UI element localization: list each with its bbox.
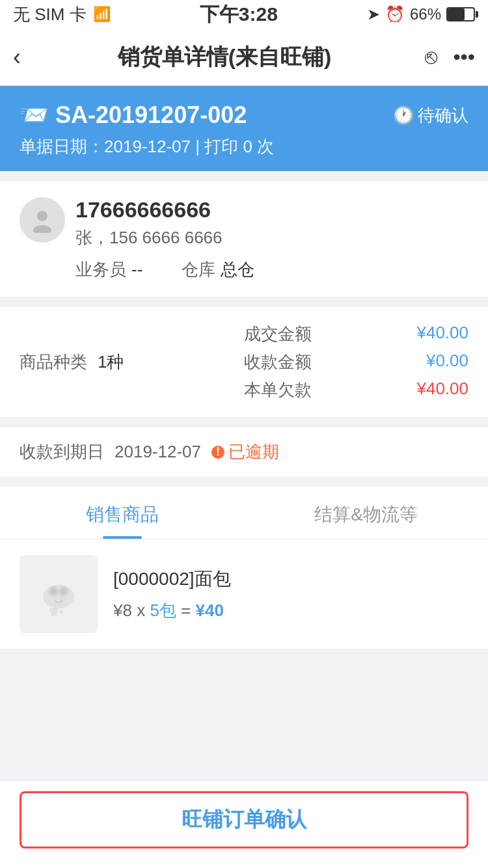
summary-section: 商品种类 1种 成交金额 ¥40.00 收款金额 ¥0.00 本单欠款 ¥40.… — [0, 307, 488, 417]
status-bar: 无 SIM 卡 📶 下午3:28 ➤ ⏰ 66% — [0, 0, 488, 29]
order-id: 📨 SA-20191207-002 — [20, 102, 247, 129]
svg-point-0 — [37, 211, 47, 221]
warehouse-label: 仓库 — [182, 258, 215, 281]
overdue-icon: ! — [211, 446, 224, 459]
sales-meta: 业务员 -- — [75, 258, 142, 281]
nav-bar: ‹ 销货单详情(来自旺铺) ⎋ ••• — [0, 29, 488, 86]
status-right: ➤ ⏰ 66% — [367, 5, 475, 23]
clock-icon: 🕐 — [393, 105, 414, 126]
price-total: ¥40 — [195, 601, 223, 620]
product-info: [0000002]面包 ¥8 x 5包 = ¥40 — [113, 567, 468, 622]
transaction-row: 成交金额 ¥40.00 — [244, 323, 468, 346]
sales-label: 业务员 — [75, 258, 126, 281]
owed-value: ¥40.00 — [416, 379, 468, 401]
battery-percentage: 66% — [410, 5, 441, 23]
product-price: ¥8 x 5包 = ¥40 — [113, 599, 468, 622]
svg-text:管+: 管+ — [49, 606, 64, 617]
overdue-text: 已逾期 — [228, 441, 279, 463]
customer-name: 张，156 6666 6666 — [75, 226, 468, 249]
svg-point-5 — [51, 589, 56, 594]
price-base: ¥8 x — [113, 601, 150, 620]
order-header-top: 📨 SA-20191207-002 🕐 待确认 — [20, 102, 468, 129]
more-icon[interactable]: ••• — [453, 45, 475, 69]
product-name: [0000002]面包 — [113, 567, 468, 591]
payment-value: ¥0.00 — [426, 351, 468, 373]
order-date: 单据日期：2019-12-07 | 打印 0 次 — [20, 135, 468, 158]
owed-label: 本单欠款 — [244, 379, 312, 401]
order-status: 🕐 待确认 — [393, 104, 468, 127]
price-equals: = — [176, 601, 196, 620]
amounts-section: 成交金额 ¥40.00 收款金额 ¥0.00 本单欠款 ¥40.00 — [244, 323, 468, 401]
inbox-icon: 📨 — [20, 102, 49, 129]
customer-meta: 业务员 -- 仓库 总仓 — [75, 258, 468, 281]
status-left: 无 SIM 卡 📶 — [13, 3, 111, 26]
customer-section: 17666666666 张，156 6666 6666 业务员 -- 仓库 总仓 — [20, 197, 468, 281]
customer-phone: 17666666666 — [75, 197, 468, 223]
wifi-icon: 📶 — [93, 6, 111, 23]
tab-products[interactable]: 销售商品 — [0, 487, 244, 539]
due-date-label: 收款到期日 — [20, 441, 104, 463]
page-title: 销货单详情(来自旺铺) — [52, 42, 397, 72]
svg-point-2 — [43, 585, 74, 608]
order-header: 📨 SA-20191207-002 🕐 待确认 单据日期：2019-12-07 … — [0, 86, 488, 171]
share-icon[interactable]: ⎋ — [425, 45, 437, 69]
customer-avatar — [20, 197, 65, 243]
product-type-section: 商品种类 1种 — [20, 323, 244, 401]
bottom-bar: 旺铺订单确认 — [0, 780, 488, 868]
carrier-label: 无 SIM 卡 — [13, 3, 87, 26]
type-value: 1种 — [98, 351, 124, 373]
sales-value: -- — [131, 260, 142, 280]
price-qty: 5包 — [150, 601, 176, 620]
due-date-section: 收款到期日 2019-12-07 ! 已逾期 — [0, 427, 488, 476]
nav-actions: ⎋ ••• — [397, 45, 475, 69]
overdue-badge: ! 已逾期 — [211, 441, 279, 463]
svg-point-1 — [33, 225, 51, 233]
owed-row: 本单欠款 ¥40.00 — [244, 379, 468, 401]
transaction-value: ¥40.00 — [416, 323, 468, 346]
time-display: 下午3:28 — [200, 1, 278, 28]
product-thumbnail: 管+ — [20, 555, 98, 633]
svg-point-6 — [61, 589, 66, 594]
back-button[interactable]: ‹ — [13, 44, 52, 71]
alarm-icon: ⏰ — [385, 5, 405, 23]
battery-icon — [446, 7, 475, 21]
due-date-value: 2019-12-07 — [115, 442, 201, 462]
payment-row: 收款金额 ¥0.00 — [244, 351, 468, 373]
warehouse-value: 总仓 — [221, 258, 254, 281]
warehouse-meta: 仓库 总仓 — [182, 258, 254, 281]
tab-settlement[interactable]: 结算&物流等 — [244, 487, 488, 539]
product-item: 管+ [0000002]面包 ¥8 x 5包 = ¥40 — [0, 539, 488, 649]
tabs-bar: 销售商品 结算&物流等 — [0, 487, 488, 539]
transaction-label: 成交金额 — [244, 323, 312, 346]
location-icon: ➤ — [367, 5, 380, 23]
payment-label: 收款金额 — [244, 351, 312, 373]
customer-card: 17666666666 张，156 6666 6666 业务员 -- 仓库 总仓 — [0, 182, 488, 297]
tabs-section: 销售商品 结算&物流等 管+ [0000002]面包 ¥8 x 5包 = ¥40 — [0, 487, 488, 649]
customer-info: 17666666666 张，156 6666 6666 业务员 -- 仓库 总仓 — [75, 197, 468, 281]
type-label: 商品种类 — [20, 351, 87, 373]
confirm-order-button[interactable]: 旺铺订单确认 — [20, 791, 468, 848]
